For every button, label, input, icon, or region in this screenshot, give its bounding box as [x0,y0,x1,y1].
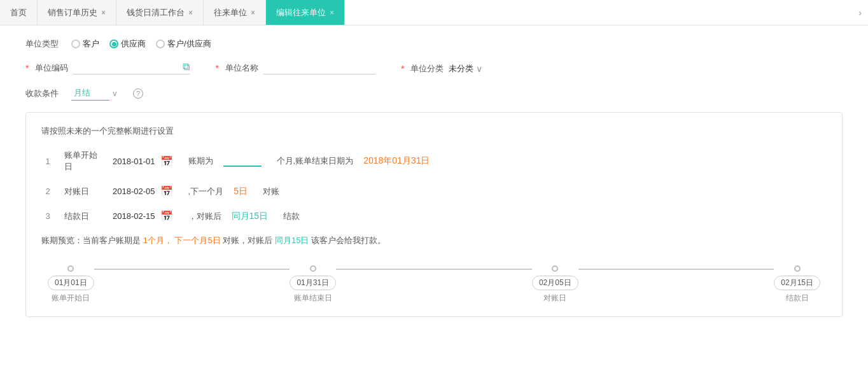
radio-customer[interactable]: 客户 [71,38,99,50]
step-1-date-group: 2018-01-01 📅 [113,155,173,167]
section-title: 请按照未来的一个完整帐期进行设置 [41,125,827,137]
step-2-num: 2 [41,186,54,196]
radio-both[interactable]: 客户/供应商 [156,38,211,50]
step-2-suffix: 对账 [263,186,279,197]
tl-label-1: 账单结束日 [294,293,332,304]
tab-cash-daily-close[interactable]: × [188,8,193,17]
step-1-num: 1 [41,157,54,166]
step-1-name: 账单开始日 [64,150,102,172]
tl-line-3 [578,269,774,270]
step-1-date: 2018-01-01 [113,157,155,166]
tl-dot-2 [552,265,558,272]
tl-label-2: 对账日 [543,293,566,304]
step-3-num: 3 [41,211,54,221]
tab-edit-partner-close[interactable]: × [330,8,334,17]
step-3-highlight: 同月15日 [232,211,269,222]
unit-category-label: 单位分类 [410,63,444,74]
step-3-date-group: 2018-02-15 📅 [113,210,173,222]
settings-section: 请按照未来的一个完整帐期进行设置 1 账单开始日 2018-01-01 📅 账期… [25,112,843,317]
tl-node-1: 01月31日 账单结束日 [290,259,336,304]
tl-node-2: 02月05日 对账日 [532,259,578,304]
step-1-period-input[interactable]: 1 [223,156,262,167]
tl-dot-3 [794,265,801,272]
unit-category-group: * 单位分类 未分类 ∨ [401,63,482,74]
tab-home[interactable]: 首页 [0,0,38,25]
step-2-prefix: ,下一个月 [188,186,224,197]
tl-badge-0: 01月01日 [48,276,94,290]
tl-dot-0 [67,265,74,272]
timeline-container: 01月01日 账单开始日 01月31日 账单结束日 02月05日 对账日 02月… [41,259,827,304]
payment-terms-arrow[interactable]: ∨ [112,89,118,98]
unit-name-required: * [215,63,218,73]
step-3-suffix: 结款 [283,211,300,222]
step-1-row: 1 账单开始日 2018-01-01 📅 账期为 1 个月,账单结束日期为 20… [41,150,827,172]
tab-partner-unit-label: 往来单位 [214,7,247,18]
step-2-cal-icon[interactable]: 📅 [160,185,173,197]
preview-period: 1个月， [143,236,172,245]
step-2-row: 2 对账日 2018-02-05 📅 ,下一个月 5日 对账 [41,185,827,197]
step-1-end-date: 2018年01月31日 [363,155,430,167]
tab-sales-history[interactable]: 销售订单历史 × [38,0,116,25]
unit-type-row: 单位类型 客户 供应商 客户/供应商 [25,38,843,50]
step-2-date: 2018-02-05 [113,186,155,196]
preview-text: 账期预览：当前客户账期是 1个月， 下一个月5日 对账，对账后 同月15日 该客… [41,235,827,246]
tl-line-1 [94,269,290,270]
tl-badge-2: 02月05日 [532,276,578,290]
tl-line-2 [336,269,532,270]
step-3-date: 2018-02-15 [113,211,155,221]
preview-end: 同月15日 [275,236,309,245]
unit-name-label: 单位名称 [225,62,258,74]
unit-code-input[interactable]: 000001 [73,62,180,72]
radio-both-label: 客户/供应商 [167,38,211,50]
preview-mid: 下一个月5日 [174,236,220,245]
unit-category-arrow[interactable]: ∨ [476,64,482,74]
step-1-suffix: 账期为 [188,155,213,167]
tl-dot-1 [310,265,316,272]
tab-partner-unit[interactable]: 往来单位 × [204,0,266,25]
main-content: 单位类型 客户 供应商 客户/供应商 * 单位编码 000001 ⧉ [0,25,868,387]
tab-cash-daily[interactable]: 钱货日清工作台 × [116,0,204,25]
tabs-arrow[interactable]: › [852,0,868,25]
step-1-cal-icon[interactable]: 📅 [160,155,173,167]
unit-name-input[interactable]: 河南供应商22 [263,62,375,74]
unit-code-field: 000001 ⧉ [73,61,190,74]
payment-terms-help-icon[interactable]: ? [133,88,143,99]
payment-terms-row: 收款条件 月结 ∨ ? [25,86,843,101]
unit-category-dropdown[interactable]: 未分类 ∨ [449,63,482,74]
step-2-name: 对账日 [64,186,102,197]
payment-terms-value: 月结 [71,86,109,101]
unit-type-radio-group: 客户 供应商 客户/供应商 [71,38,211,50]
unit-code-copy-icon[interactable]: ⧉ [183,61,190,73]
payment-terms-dropdown[interactable]: 月结 ∨ [71,86,118,101]
unit-code-label: 单位编码 [35,62,68,74]
step-3-prefix: ，对账后 [188,211,221,222]
unit-code-group: * 单位编码 000001 ⧉ [25,61,190,74]
tab-sales-history-label: 销售订单历史 [48,7,97,18]
tl-label-0: 账单开始日 [52,293,90,304]
radio-customer-label: 客户 [83,38,99,50]
unit-name-group: * 单位名称 河南供应商22 [215,62,375,74]
radio-supplier-label: 供应商 [121,38,146,50]
tabs-bar: 首页 销售订单历史 × 钱货日清工作台 × 往来单位 × 编辑往来单位 × › [0,0,868,25]
radio-customer-circle [71,39,80,48]
radio-supplier[interactable]: 供应商 [109,38,146,50]
tl-badge-3: 02月15日 [774,276,820,290]
step-3-cal-icon[interactable]: 📅 [160,210,173,222]
preview-suffix: 该客户会给我打款。 [311,236,386,245]
preview-mid2: 对账，对账后 [223,236,272,245]
tab-partner-unit-close[interactable]: × [251,8,255,17]
radio-both-circle [156,39,165,48]
tab-sales-history-close[interactable]: × [101,8,106,17]
step-2-highlight: 5日 [234,186,248,197]
step-1-period-unit: 个月,账单结束日期为 [277,155,354,167]
tab-cash-daily-label: 钱货日清工作台 [127,7,185,18]
tab-edit-partner[interactable]: 编辑往来单位 × [266,0,345,25]
tl-label-3: 结款日 [786,293,809,304]
step-2-date-group: 2018-02-05 📅 [113,185,173,197]
unit-category-value: 未分类 [449,63,473,74]
tab-home-label: 首页 [10,7,27,18]
tl-badge-1: 01月31日 [290,276,336,290]
radio-supplier-circle [109,39,118,48]
step-3-name: 结款日 [64,211,102,222]
tab-edit-partner-label: 编辑往来单位 [276,7,326,18]
